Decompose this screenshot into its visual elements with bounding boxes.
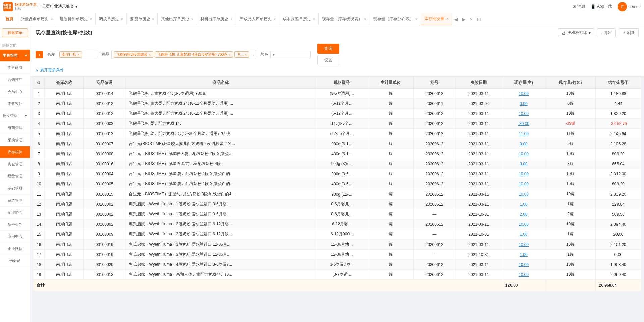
- product-more-dots[interactable]: ...: [250, 52, 254, 57]
- row-number: 6: [33, 139, 45, 149]
- filter-expand-button[interactable]: ›: [36, 51, 43, 58]
- tab-kucunpiciliang-label: 库存批次量: [424, 16, 444, 22]
- row-qty-main[interactable]: 1.00: [502, 250, 545, 260]
- product-tag-1-close[interactable]: ×: [149, 53, 151, 57]
- query-button[interactable]: 查询: [317, 44, 339, 54]
- row-qty-main[interactable]: 1.00: [502, 229, 545, 239]
- row-qty-pkg: 10罐: [545, 149, 596, 159]
- sidebar-item-operations[interactable]: 经营管理: [0, 170, 30, 182]
- tab-diaoba[interactable]: 调拨单历史 ×: [96, 13, 127, 25]
- message-button[interactable]: ✉ 消息: [573, 4, 585, 9]
- tab-close-kucunpiciliang[interactable]: ×: [446, 17, 448, 21]
- sidebar-item-retail-stats[interactable]: 零售统计: [0, 98, 30, 110]
- sidebar-item-enterprise-collab[interactable]: 企业协同: [0, 207, 30, 219]
- row-qty-main[interactable]: 10.00: [502, 270, 545, 280]
- row-batch: 20200612: [414, 159, 455, 169]
- warehouse-filter-group: 仓库 南岸门店 ×: [47, 50, 97, 59]
- tab-chengben[interactable]: 成本调整单历史 ×: [279, 13, 319, 25]
- color-tag-container[interactable]: ▾: [270, 51, 311, 58]
- warehouse-tag-close[interactable]: ×: [77, 53, 79, 57]
- tab-chanjinku[interactable]: 产成品入库单历史 ×: [236, 13, 279, 25]
- tab-close-chengben[interactable]: ×: [313, 17, 315, 21]
- tab-zuhe[interactable]: 组装拆卸单历史 ×: [56, 13, 96, 25]
- table-row: 8南岸门店00100016合生元（BIOSTIME）派星 学龄前儿童配方奶粉 4…: [33, 159, 641, 169]
- row-qty-main[interactable]: 10.00: [502, 260, 545, 270]
- tab-cailiaoku[interactable]: 材料出库单历史 ×: [197, 13, 236, 25]
- row-qty-main[interactable]: 10.00: [502, 219, 545, 229]
- tab-close-chanjinku[interactable]: ×: [274, 17, 276, 21]
- row-qty-main[interactable]: 10.00: [502, 109, 545, 119]
- tab-home[interactable]: 首页: [2, 13, 17, 25]
- row-qty-main[interactable]: 10.00: [502, 89, 545, 99]
- user-profile[interactable]: E demo2: [618, 2, 641, 11]
- tab-close-zuhe[interactable]: ×: [90, 17, 92, 21]
- sidebar-item-inventory[interactable]: 库存核算: [0, 146, 30, 158]
- sidebar-item-ecommerce[interactable]: 电商管理: [0, 122, 30, 134]
- sidebar-item-retail-manage[interactable]: 零售管理 ▾: [0, 50, 30, 62]
- expand-more-conditions[interactable]: ∨ 展开更多条件: [36, 67, 639, 73]
- search-menu-button[interactable]: 搜索菜单: [2, 28, 28, 37]
- product-tag-container[interactable]: 飞鹤奶粉3段两罐装 × 飞鹤星飞帆 儿童奶粉 4段(3-6岁适用) 700克 ×…: [111, 50, 256, 59]
- store-select[interactable]: 母婴行业演示账套 ▾: [39, 3, 80, 10]
- sidebar-item-member[interactable]: 畅会员: [0, 255, 30, 267]
- row-qty-main[interactable]: 2.00: [502, 209, 545, 219]
- tab-close-xianzailiang1[interactable]: ×: [364, 17, 366, 21]
- warehouse-filter-label: 仓库: [47, 52, 55, 57]
- setting-button[interactable]: 设置: [317, 55, 339, 65]
- row-qty-main[interactable]: 9.00: [502, 139, 545, 149]
- row-qty-main[interactable]: 0.00: [502, 99, 545, 109]
- sidebar-item-retail-mall[interactable]: 零售商城: [0, 62, 30, 74]
- sidebar-item-wholesale[interactable]: 批发管理 ▾: [0, 110, 30, 122]
- row-qty-main[interactable]: 10.00: [502, 239, 545, 250]
- row-qty-main[interactable]: 1.00: [502, 199, 545, 209]
- tab-close-cailiaoku[interactable]: ×: [230, 17, 232, 21]
- tab-close-xianzailiang2[interactable]: ×: [416, 17, 418, 21]
- row-spec: 1段(0-6个...: [316, 119, 368, 129]
- product-tag-3-close[interactable]: ×: [245, 53, 247, 57]
- print-button[interactable]: 🖨 按模板打印 ▾: [558, 28, 594, 37]
- warehouse-tag-container[interactable]: 南岸门店 ×: [57, 50, 97, 59]
- tab-fenku[interactable]: 分量盘点单历史 ×: [17, 13, 56, 25]
- sidebar-item-member-center[interactable]: 会员中心: [0, 86, 30, 98]
- refresh-button[interactable]: ↺ 刷新: [619, 28, 639, 37]
- row-qty-main[interactable]: 10.00: [502, 169, 545, 179]
- row-qty-main[interactable]: 10.00: [502, 149, 545, 159]
- row-warehouse: 南岸门店: [45, 119, 84, 129]
- tab-kucunpiciliang[interactable]: 库存批次量 ×: [421, 13, 452, 25]
- sidebar-item-marketing[interactable]: 营销推广: [0, 74, 30, 86]
- sidebar-item-finance[interactable]: 资金管理: [0, 158, 30, 170]
- row-spec: 0-6月婴儿...: [316, 199, 368, 209]
- sidebar-item-wechat-work[interactable]: 企业微信: [0, 243, 30, 255]
- app-download-button[interactable]: 📱 App下载: [591, 4, 612, 9]
- row-qty-main[interactable]: 10.00: [502, 179, 545, 189]
- tab-close-fenku[interactable]: ×: [51, 17, 53, 21]
- export-button[interactable]: ↓ 导出: [597, 28, 616, 37]
- row-amount: -3,652.76: [595, 119, 641, 129]
- tab-prev-button[interactable]: ◀: [452, 17, 460, 22]
- sidebar-item-newbie-guide[interactable]: 新手引导: [0, 219, 30, 231]
- table-row: 18南岸门店00100020惠氏启赋（Wyeth illuma）4段奶粉 爱尔兰…: [33, 260, 641, 270]
- tab-xianzailiang1[interactable]: 现存量（库存状况表） ×: [319, 13, 370, 25]
- page-title: 现存量查询(按仓库+批次): [36, 30, 92, 36]
- row-amount: 2,312.00: [595, 169, 641, 179]
- row-qty-main[interactable]: 3.00: [502, 159, 545, 169]
- row-qty-main[interactable]: -39.00: [502, 119, 545, 129]
- sidebar-item-purchase[interactable]: 采购管理: [0, 134, 30, 146]
- product-tag-2-close[interactable]: ×: [228, 53, 230, 57]
- col-settings[interactable]: ⚙: [33, 77, 45, 89]
- row-qty-main[interactable]: 10.00: [502, 189, 545, 199]
- row-qty-main[interactable]: 11.00: [502, 129, 545, 139]
- tab-more-button[interactable]: ⊡: [475, 17, 483, 22]
- tab-close-yaohuo[interactable]: ×: [152, 17, 154, 21]
- tab-close-qitachu[interactable]: ×: [191, 17, 193, 21]
- tab-next-button[interactable]: ▶: [460, 17, 468, 22]
- tab-qitachu[interactable]: 其他出库单历史 ×: [158, 13, 197, 25]
- tab-close-diaoba[interactable]: ×: [121, 17, 123, 21]
- sidebar-item-sys-manage[interactable]: 系统管理: [0, 195, 30, 207]
- product-filter-label: 商品: [101, 52, 109, 57]
- tab-close-all-button[interactable]: ✕: [468, 17, 475, 22]
- sidebar-item-app-center[interactable]: 应用中心: [0, 231, 30, 243]
- tab-xianzailiang2[interactable]: 现存量（库存分布表） ×: [370, 13, 421, 25]
- tab-yaohuo[interactable]: 要货单历史 ×: [127, 13, 158, 25]
- sidebar-item-basic-info[interactable]: 基础信息: [0, 182, 30, 195]
